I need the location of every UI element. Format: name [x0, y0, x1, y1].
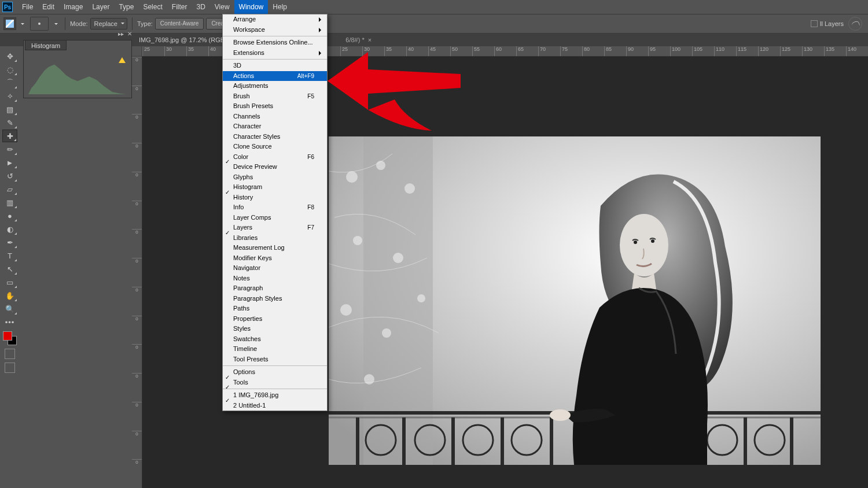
- color-swatches[interactable]: [3, 331, 17, 345]
- svg-point-7: [340, 304, 352, 316]
- lasso-tool-icon[interactable]: ⌒: [2, 76, 17, 89]
- menu-item-brush[interactable]: BrushF5: [223, 91, 327, 102]
- pressure-toggle-icon[interactable]: [848, 17, 862, 31]
- crop-tool-icon[interactable]: ▧: [2, 103, 17, 116]
- menu-file[interactable]: File: [17, 0, 38, 14]
- menu-item-histogram[interactable]: Histogram: [223, 182, 327, 193]
- menu-item-paragraph[interactable]: Paragraph: [223, 283, 327, 294]
- close-icon[interactable]: ×: [368, 36, 372, 43]
- sample-all-layers-checkbox[interactable]: [811, 20, 818, 27]
- menu-help[interactable]: Help: [268, 0, 292, 14]
- hand-tool-icon[interactable]: ✋: [2, 289, 17, 302]
- dodge-tool-icon[interactable]: ◐: [2, 223, 17, 235]
- marquee-tool-icon[interactable]: ◌: [2, 63, 17, 76]
- menu-item-layer-comps[interactable]: Layer Comps: [223, 213, 327, 223]
- type-button-content-aware[interactable]: Content-Aware: [155, 18, 204, 29]
- menu-item-3d[interactable]: 3D: [223, 61, 327, 71]
- menu-item-timeline[interactable]: Timeline: [223, 344, 327, 354]
- menu-item-tools[interactable]: Tools: [223, 378, 327, 388]
- menu-item-measurement-log[interactable]: Measurement Log: [223, 243, 327, 253]
- active-tool-icon[interactable]: [3, 17, 16, 30]
- tool-preset-dropdown-icon[interactable]: [19, 21, 27, 27]
- ruler-tick: 50: [450, 46, 472, 56]
- path-tool-icon[interactable]: ↖: [2, 263, 17, 275]
- menu-item-channels[interactable]: Channels: [223, 112, 327, 122]
- menu-item-1-img-7698-jpg[interactable]: 1 IMG_7698.jpg: [223, 390, 327, 401]
- wand-tool-icon[interactable]: ✧: [2, 90, 17, 102]
- menu-item-styles[interactable]: Styles: [223, 324, 327, 334]
- ruler-tick: 0: [132, 431, 142, 460]
- menu-item-device-preview[interactable]: Device Preview: [223, 162, 327, 172]
- menu-item-notes[interactable]: Notes: [223, 273, 327, 284]
- menu-item-brush-presets[interactable]: Brush Presets: [223, 101, 327, 112]
- ruler-vertical[interactable]: 000000000000000: [132, 57, 142, 488]
- ruler-tick: 130: [802, 46, 824, 56]
- gradient-tool-icon[interactable]: ▥: [2, 196, 17, 209]
- menu-3d[interactable]: 3D: [192, 0, 209, 14]
- brush-tool-icon[interactable]: ✏: [2, 143, 17, 156]
- menu-type[interactable]: Type: [114, 0, 138, 14]
- menu-item-history[interactable]: History: [223, 193, 327, 203]
- eyedrop-tool-icon[interactable]: ✎: [2, 116, 17, 129]
- ruler-tick: 35: [186, 46, 208, 56]
- menu-item-swatches[interactable]: Swatches: [223, 334, 327, 345]
- menu-item-clone-source[interactable]: Clone Source: [223, 142, 327, 152]
- cached-data-warning-icon[interactable]: [119, 54, 126, 63]
- menu-item-adjustments[interactable]: Adjustments: [223, 81, 327, 91]
- menu-window[interactable]: Window: [234, 0, 269, 14]
- pen-tool-icon[interactable]: ✒: [2, 236, 17, 249]
- menu-item-layers[interactable]: LayersF7: [223, 223, 327, 233]
- menu-view[interactable]: View: [210, 0, 234, 14]
- menu-item-character[interactable]: Character: [223, 121, 327, 132]
- menu-filter[interactable]: Filter: [167, 0, 192, 14]
- quickmask-icon[interactable]: [5, 349, 15, 359]
- menu-item-glyphs[interactable]: Glyphs: [223, 172, 327, 183]
- mode-select[interactable]: Replace: [90, 18, 127, 29]
- menu-item-libraries[interactable]: Libraries: [223, 233, 327, 243]
- menu-image[interactable]: Image: [59, 0, 87, 14]
- menu-item-navigator[interactable]: Navigator: [223, 263, 327, 273]
- menu-item-options[interactable]: Options: [223, 367, 327, 378]
- heal-tool-icon[interactable]: ✚: [2, 130, 17, 142]
- menu-item-info[interactable]: InfoF8: [223, 202, 327, 213]
- screenmode-icon[interactable]: [5, 363, 15, 373]
- history-tool-icon[interactable]: ↺: [2, 169, 17, 182]
- ruler-tick: 65: [516, 46, 538, 56]
- brush-preview[interactable]: [30, 17, 49, 31]
- zoom-tool-icon[interactable]: 🔍: [2, 302, 17, 315]
- menu-item-2-untitled-1[interactable]: 2 Untitled-1: [223, 401, 327, 411]
- sample-all-layers-label: ll Layers: [820, 20, 844, 27]
- type-tool-icon[interactable]: T: [2, 249, 17, 262]
- ruler-tick: 0: [132, 143, 142, 172]
- menu-layer[interactable]: Layer: [87, 0, 114, 14]
- histogram-tab[interactable]: Histogram: [25, 40, 67, 50]
- menu-item-properties[interactable]: Properties: [223, 314, 327, 324]
- document-canvas[interactable]: [329, 136, 821, 465]
- eraser-tool-icon[interactable]: ▱: [2, 183, 17, 195]
- menu-edit[interactable]: Edit: [38, 0, 59, 14]
- menu-select[interactable]: Select: [138, 0, 167, 14]
- ruler-tick: 0: [132, 201, 142, 230]
- menu-item-browse-extensions-online-[interactable]: Browse Extensions Online...: [223, 38, 327, 48]
- menu-item-actions[interactable]: ActionsAlt+F9: [223, 71, 327, 82]
- menu-item-color[interactable]: ColorF6: [223, 152, 327, 162]
- shape-tool-icon[interactable]: ▭: [2, 276, 17, 289]
- edit-toolbar-icon[interactable]: •••: [2, 316, 17, 328]
- menu-item-paths[interactable]: Paths: [223, 304, 327, 314]
- menu-item-character-styles[interactable]: Character Styles: [223, 132, 327, 142]
- move-tool-icon[interactable]: ✥: [2, 50, 17, 62]
- stamp-tool-icon[interactable]: ►: [2, 156, 17, 169]
- ruler-origin[interactable]: [132, 46, 142, 57]
- menu-item-workspace[interactable]: Workspace: [223, 25, 327, 35]
- panel-close-icon[interactable]: ✕: [127, 31, 132, 37]
- document-tab[interactable]: 6/8#) *×: [340, 34, 377, 46]
- blur-tool-icon[interactable]: ●: [2, 209, 17, 222]
- menu-item-paragraph-styles[interactable]: Paragraph Styles: [223, 294, 327, 304]
- panel-collapse-icon[interactable]: ▸▸: [118, 31, 124, 37]
- menu-item-extensions[interactable]: Extensions: [223, 48, 327, 58]
- menu-item-tool-presets[interactable]: Tool Presets: [223, 354, 327, 365]
- brush-dropdown-icon[interactable]: [52, 21, 60, 27]
- menu-item-arrange[interactable]: Arrange: [223, 14, 327, 25]
- menu-item-modifier-keys[interactable]: Modifier Keys: [223, 253, 327, 264]
- document-tab[interactable]: IMG_7698.jpg @ 17.2% (RGB/8: [133, 34, 236, 46]
